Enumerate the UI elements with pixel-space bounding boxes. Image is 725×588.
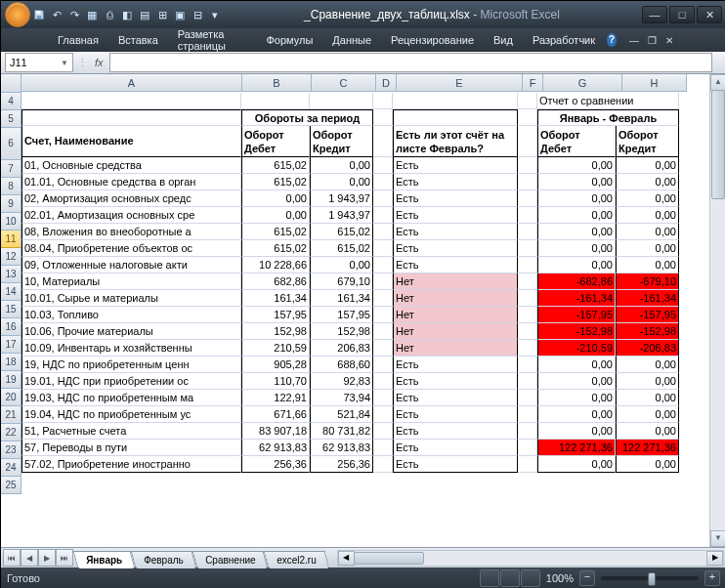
- cell-credit[interactable]: 92,83: [310, 373, 373, 390]
- cell[interactable]: [373, 390, 393, 406]
- cell-credit[interactable]: 615,02: [310, 240, 373, 257]
- cell[interactable]: ОборотКредит: [310, 126, 373, 157]
- row-header[interactable]: 25: [1, 477, 21, 494]
- cell-cmp-debit[interactable]: 0,00: [537, 190, 616, 207]
- cell-account[interactable]: 08.04, Приобретение объектов ос: [21, 240, 241, 257]
- cell-account[interactable]: 08, Вложения во внеоборотные а: [21, 224, 241, 240]
- cell-debit[interactable]: 157,95: [241, 307, 310, 323]
- cell-exists[interactable]: Есть: [393, 423, 518, 440]
- cell[interactable]: [310, 93, 373, 109]
- cell[interactable]: [373, 323, 393, 340]
- cell[interactable]: [518, 126, 537, 157]
- ribbon-tab[interactable]: Формулы: [258, 31, 320, 49]
- vertical-scrollbar[interactable]: ▲ ▼: [709, 74, 725, 547]
- cell-debit[interactable]: 122,91: [241, 390, 310, 406]
- row-header[interactable]: 20: [1, 389, 21, 406]
- cell-credit[interactable]: 521,84: [310, 406, 373, 423]
- cell-cmp-credit[interactable]: 0,00: [616, 423, 679, 440]
- minimize-button[interactable]: —: [642, 6, 667, 23]
- cell-cmp-debit[interactable]: -152,98: [537, 323, 616, 340]
- column-header[interactable]: B: [242, 74, 312, 92]
- cell-cmp-debit[interactable]: 0,00: [537, 240, 616, 257]
- scroll-thumb[interactable]: [711, 90, 725, 199]
- row-header[interactable]: 8: [1, 178, 21, 195]
- worksheet-grid[interactable]: ABCDEFGH 4567891011121314151617181920212…: [1, 74, 725, 547]
- cell[interactable]: [373, 207, 393, 224]
- cell-exists[interactable]: Есть: [393, 357, 518, 373]
- qat-icon[interactable]: ▦: [85, 8, 99, 21]
- ribbon-tab[interactable]: Разработчик: [525, 31, 603, 49]
- cell[interactable]: [373, 240, 393, 257]
- cell-cmp-credit[interactable]: -157,95: [616, 307, 679, 323]
- cell-credit[interactable]: 161,34: [310, 290, 373, 307]
- cell-cmp-credit[interactable]: -679,10: [616, 273, 679, 290]
- page-layout-view-button[interactable]: [500, 569, 520, 587]
- cell[interactable]: [373, 406, 393, 423]
- cell[interactable]: [373, 340, 393, 357]
- cell[interactable]: ОборотКредит: [616, 126, 679, 157]
- qat-icon[interactable]: ▤: [138, 8, 151, 21]
- cell-debit[interactable]: 671,66: [241, 406, 310, 423]
- fx-button[interactable]: fx: [89, 57, 109, 68]
- cell-account[interactable]: 10.09, Инвентарь и хозяйственны: [21, 340, 241, 357]
- cell-account[interactable]: 51, Расчетные счета: [21, 423, 241, 440]
- cell-debit[interactable]: 615,02: [241, 157, 310, 174]
- cell-cmp-debit[interactable]: 0,00: [537, 174, 616, 190]
- cell-debit[interactable]: 152,98: [241, 323, 310, 340]
- cell[interactable]: [518, 257, 537, 273]
- cell-cmp-debit[interactable]: 0,00: [537, 406, 616, 423]
- cell-exists[interactable]: Есть: [393, 440, 518, 456]
- cell-cmp-debit[interactable]: -682,86: [537, 273, 616, 290]
- cell-cmp-debit[interactable]: -157,95: [537, 307, 616, 323]
- cell-credit[interactable]: 0,00: [310, 257, 373, 273]
- maximize-button[interactable]: □: [669, 6, 695, 23]
- cell-credit[interactable]: 80 731,82: [310, 423, 373, 440]
- cell-credit[interactable]: 256,36: [310, 456, 373, 473]
- cell-cmp-debit[interactable]: 0,00: [537, 373, 616, 390]
- cell[interactable]: [518, 456, 537, 473]
- ribbon-tab[interactable]: Вставка: [110, 31, 166, 49]
- cell[interactable]: [21, 109, 241, 126]
- cell-debit[interactable]: 210,59: [241, 340, 310, 357]
- cell-exists[interactable]: Есть: [393, 456, 518, 473]
- scroll-down-arrow-icon[interactable]: ▼: [710, 530, 725, 547]
- cell[interactable]: [373, 109, 393, 126]
- cell[interactable]: [518, 323, 537, 340]
- cell-debit[interactable]: 615,02: [241, 240, 310, 257]
- cell[interactable]: [373, 307, 393, 323]
- cell[interactable]: [518, 207, 537, 224]
- cell-credit[interactable]: 152,98: [310, 323, 373, 340]
- cell-exists[interactable]: Нет: [393, 290, 518, 307]
- cell[interactable]: [373, 126, 393, 157]
- sheet-tab[interactable]: Январь: [73, 551, 136, 568]
- name-box[interactable]: J11 ▼: [5, 53, 73, 72]
- cell-debit[interactable]: 615,02: [241, 224, 310, 240]
- cell-cmp-credit[interactable]: 0,00: [616, 174, 679, 190]
- cell-cmp-credit[interactable]: 0,00: [616, 357, 679, 373]
- cell-exists[interactable]: Есть: [393, 240, 518, 257]
- ribbon-tab[interactable]: Рецензирование: [383, 31, 482, 49]
- row-header[interactable]: 16: [1, 318, 21, 336]
- save-icon[interactable]: [32, 8, 46, 21]
- cell[interactable]: [373, 456, 393, 473]
- row-header[interactable]: 22: [1, 424, 21, 441]
- cell-debit[interactable]: 256,36: [241, 456, 310, 473]
- cell-cmp-credit[interactable]: 0,00: [616, 406, 679, 423]
- cell[interactable]: [373, 273, 393, 290]
- sheet-nav-last-icon[interactable]: ⏭: [56, 549, 73, 567]
- zoom-out-button[interactable]: −: [579, 570, 595, 586]
- cell-account[interactable]: 01, Основные средства: [21, 157, 241, 174]
- cell[interactable]: [393, 93, 518, 109]
- cell-credit[interactable]: 0,00: [310, 157, 373, 174]
- cell[interactable]: [518, 157, 537, 174]
- cell[interactable]: Есть ли этот счёт налисте Февраль?: [393, 126, 518, 157]
- cell[interactable]: [373, 157, 393, 174]
- cell-cmp-debit[interactable]: -161,34: [537, 290, 616, 307]
- cell-exists[interactable]: Есть: [393, 224, 518, 240]
- cell-debit[interactable]: 0,00: [241, 207, 310, 224]
- col-account-name[interactable]: Счет, Наименование: [21, 126, 241, 157]
- cell[interactable]: [518, 440, 537, 456]
- cell-account[interactable]: 19, НДС по приобретенным ценн: [21, 357, 241, 373]
- cell-cmp-debit[interactable]: 122 271,36: [537, 440, 616, 456]
- undo-icon[interactable]: ↶: [50, 8, 64, 21]
